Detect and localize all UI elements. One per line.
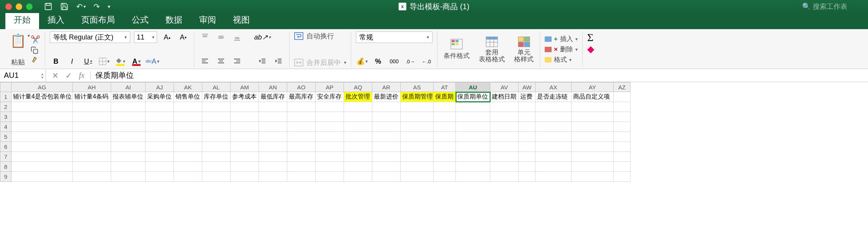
font-name-selector[interactable]: 等线 Regular (正文)▾ xyxy=(50,31,130,43)
align-top-icon[interactable] xyxy=(199,31,211,43)
cell[interactable] xyxy=(401,112,434,122)
cell[interactable] xyxy=(401,162,434,172)
cell[interactable] xyxy=(231,102,259,112)
undo-icon[interactable]: ↶ ▾ xyxy=(76,2,86,11)
cell[interactable] xyxy=(536,122,572,132)
cell[interactable] xyxy=(287,122,316,132)
cell[interactable] xyxy=(231,122,259,132)
conditional-format-button[interactable]: 条件格式 xyxy=(442,38,471,61)
cell[interactable] xyxy=(174,152,202,162)
cell[interactable] xyxy=(456,112,490,122)
row-header[interactable]: 3 xyxy=(0,112,11,122)
cell[interactable] xyxy=(536,142,572,152)
cell[interactable] xyxy=(372,132,401,142)
cell[interactable] xyxy=(111,172,146,182)
row-header[interactable]: 9 xyxy=(0,172,11,182)
cell[interactable]: 库存单位 xyxy=(202,92,231,102)
cell[interactable] xyxy=(73,122,111,132)
redo-icon[interactable]: ↷ xyxy=(93,2,100,11)
column-header[interactable]: AP xyxy=(316,82,344,92)
cell[interactable] xyxy=(259,112,287,122)
row-header[interactable]: 5 xyxy=(0,132,11,142)
cell[interactable] xyxy=(202,102,231,112)
cell[interactable] xyxy=(316,142,344,152)
cell[interactable] xyxy=(146,122,174,132)
cell[interactable] xyxy=(11,112,73,122)
cell[interactable] xyxy=(146,112,174,122)
column-header[interactable]: AS xyxy=(401,82,434,92)
cell[interactable] xyxy=(259,162,287,172)
cell[interactable]: 建档日期 xyxy=(490,92,519,102)
autosum-icon[interactable]: Σ xyxy=(587,31,593,44)
cell[interactable] xyxy=(146,102,174,112)
column-header[interactable]: AT xyxy=(434,82,456,92)
cell[interactable]: 报表辅单位 xyxy=(111,92,146,102)
cell[interactable] xyxy=(372,152,401,162)
cell[interactable] xyxy=(344,142,372,152)
column-header[interactable]: AH xyxy=(73,82,111,92)
save-icon[interactable] xyxy=(60,2,69,11)
confirm-formula-icon[interactable]: ✓ xyxy=(66,71,72,80)
tab-开始[interactable]: 开始 xyxy=(5,11,39,29)
cell[interactable]: 最高库存 xyxy=(287,92,316,102)
cell[interactable] xyxy=(490,132,519,142)
cell[interactable] xyxy=(11,132,73,142)
column-header[interactable]: AU xyxy=(456,82,490,92)
cell[interactable] xyxy=(111,102,146,112)
cell[interactable] xyxy=(202,172,231,182)
column-header[interactable]: AY xyxy=(572,82,614,92)
row-header[interactable]: 6 xyxy=(0,142,11,152)
align-left-icon[interactable] xyxy=(199,56,211,67)
cell[interactable] xyxy=(456,152,490,162)
cell[interactable] xyxy=(572,172,614,182)
cell[interactable] xyxy=(536,112,572,122)
cell[interactable] xyxy=(202,132,231,142)
cell[interactable] xyxy=(344,152,372,162)
cell[interactable]: 安全库存 xyxy=(316,92,344,102)
format-cells-button[interactable]: 格式▾ xyxy=(545,55,578,64)
column-header[interactable]: AZ xyxy=(614,82,631,92)
cell[interactable]: 销售单位 xyxy=(174,92,202,102)
cell[interactable] xyxy=(231,132,259,142)
cell[interactable] xyxy=(146,162,174,172)
cell[interactable] xyxy=(490,142,519,152)
cell[interactable] xyxy=(11,122,73,132)
cell[interactable] xyxy=(456,122,490,132)
phonetic-guide-button[interactable]: abcA▾ xyxy=(146,56,159,67)
cell[interactable] xyxy=(536,102,572,112)
cell[interactable]: 辅计量4条码 xyxy=(73,92,111,102)
cell[interactable] xyxy=(572,122,614,132)
cell[interactable] xyxy=(372,172,401,182)
decrease-decimal-icon[interactable]: ←.0 xyxy=(420,56,432,67)
cell[interactable]: 保质期管理 xyxy=(401,92,434,102)
cell[interactable] xyxy=(434,122,456,132)
cell[interactable] xyxy=(572,142,614,152)
cell[interactable] xyxy=(11,142,73,152)
column-header[interactable]: AQ xyxy=(344,82,372,92)
column-header[interactable]: AI xyxy=(111,82,146,92)
cell[interactable] xyxy=(614,102,631,112)
minimize-window-button[interactable] xyxy=(16,3,22,10)
cell[interactable] xyxy=(519,132,536,142)
cell[interactable] xyxy=(146,172,174,182)
bold-button[interactable]: B xyxy=(50,56,62,67)
cell[interactable] xyxy=(73,132,111,142)
cell[interactable] xyxy=(174,122,202,132)
cell[interactable] xyxy=(202,152,231,162)
cell[interactable] xyxy=(519,102,536,112)
cell[interactable] xyxy=(287,132,316,142)
font-color-button[interactable]: A▾ xyxy=(130,56,142,67)
row-header[interactable]: 4 xyxy=(0,122,11,132)
cell[interactable] xyxy=(614,122,631,132)
borders-button[interactable]: ▾ xyxy=(98,56,110,67)
cell[interactable]: 最低库存 xyxy=(259,92,287,102)
cell[interactable] xyxy=(490,122,519,132)
cell[interactable] xyxy=(519,142,536,152)
cell[interactable] xyxy=(287,162,316,172)
cell[interactable] xyxy=(614,92,631,102)
cell[interactable] xyxy=(572,102,614,112)
name-box[interactable]: AU1 ▴▾ xyxy=(0,69,46,82)
select-all-corner[interactable] xyxy=(0,82,11,92)
cell[interactable] xyxy=(287,152,316,162)
cell[interactable] xyxy=(372,102,401,112)
